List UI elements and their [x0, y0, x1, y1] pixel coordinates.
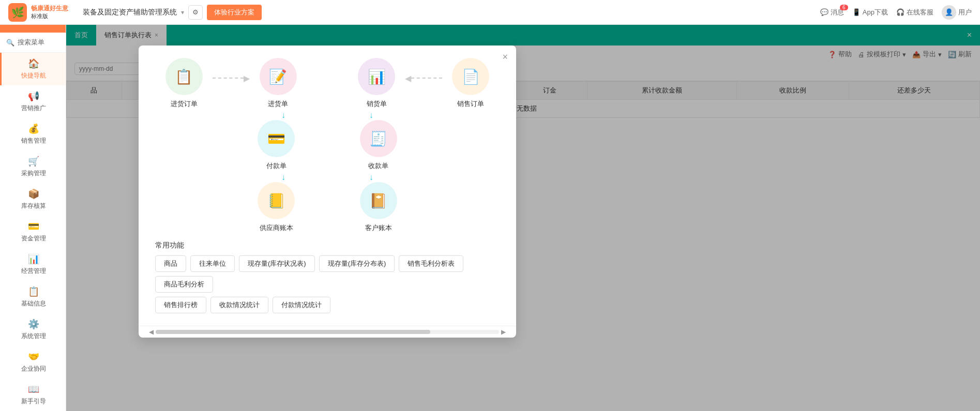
scroll-left-arrow[interactable]: ◀	[147, 328, 156, 336]
enterprise-icon: 🤝	[28, 351, 39, 362]
func-btn-0[interactable]: 商品	[155, 255, 186, 272]
flow-label-receipt: 收款单	[368, 161, 388, 171]
func-btn-6[interactable]: 销售排行榜	[155, 297, 206, 313]
app-download-label: App下载	[863, 8, 888, 17]
logo-text: 畅康通好生意 标准版	[31, 5, 68, 20]
operations-icon: 📊	[28, 253, 39, 265]
settings-button[interactable]: ⚙	[188, 5, 203, 20]
flow-label-purchase-order: 进货订单	[171, 99, 198, 109]
sidebar-item-sales[interactable]: 💰销售管理	[0, 118, 66, 150]
flow-item-purchase-note[interactable]: 📝 进货单	[260, 58, 297, 109]
flow-circle-customer: 📔	[360, 182, 397, 219]
flow-item-purchase-order[interactable]: 📋 进货订单	[165, 58, 203, 109]
flow-item-supplier-ledger[interactable]: 📒 供应商账本	[258, 182, 295, 233]
modal-overlay[interactable]: × 📋 进货订单 ▶	[66, 25, 980, 411]
flow-label-customer: 客户账本	[365, 223, 392, 233]
function-buttons-row1: 商品往来单位现存量(库存状况表)现存量(库存分布表)销售毛利分析表商品毛利分析	[155, 255, 500, 293]
sales-label: 销售管理	[21, 136, 46, 145]
app-download-button[interactable]: 📱 App下载	[852, 8, 888, 17]
func-btn-1[interactable]: 往来单位	[190, 255, 235, 272]
down-arrow-receipt: ↓	[369, 173, 373, 182]
message-icon: 💬	[820, 8, 828, 16]
newbie-label: 新手引导	[21, 397, 46, 406]
modal-close-button[interactable]: ×	[502, 52, 508, 63]
user-name: 用户	[958, 8, 972, 17]
flow-section: 📋 进货订单 ▶ 📝 进货单	[139, 45, 516, 241]
sidebar-item-system[interactable]: ⚙️系统管理	[0, 313, 66, 346]
func-btn-5[interactable]: 商品毛利分析	[155, 276, 213, 293]
func-btn-3[interactable]: 现存量(库存分布表)	[319, 255, 395, 272]
flow-item-receipt[interactable]: 🧾 收款单	[360, 120, 397, 171]
inventory-label: 库存核算	[21, 202, 46, 210]
modal-scrollbar: ◀ ▶	[139, 326, 516, 338]
flow-circle-sales-note: 📊	[358, 58, 395, 95]
sales-icon: 💰	[28, 123, 39, 134]
flow-circle-purchase-note: 📝	[260, 58, 297, 95]
brand-name: 畅康通好生意	[31, 5, 68, 13]
finance-icon: 💳	[28, 221, 39, 232]
func-btn-8[interactable]: 付款情况统计	[273, 297, 330, 313]
top-bar-center: 装备及固定资产辅助管理系统 ▾ ⚙ 体验行业方案	[74, 5, 820, 20]
sidebar-search-label: 搜索菜单	[18, 38, 44, 47]
func-btn-4[interactable]: 销售毛利分析表	[399, 255, 463, 272]
quick-nav-icon: 🏠	[28, 58, 39, 69]
function-buttons-row2: 销售排行榜收款情况统计付款情况统计	[155, 297, 500, 313]
sidebar-items: 🏠快捷导航📢营销推广💰销售管理🛒采购管理📦库存核算💳资金管理📊经营管理📋基础信息…	[0, 53, 66, 411]
scrollbar-track[interactable]	[156, 330, 499, 334]
system-dropdown-arrow[interactable]: ▾	[181, 9, 184, 16]
online-service-label: 在线客服	[907, 8, 933, 17]
app-logo-icon: 🌿	[8, 3, 27, 22]
func-btn-2[interactable]: 现存量(库存状况表)	[239, 255, 315, 272]
sidebar-search[interactable]: 🔍 搜索菜单	[0, 33, 66, 53]
sidebar: 🔍 搜索菜单 🏠快捷导航📢营销推广💰销售管理🛒采购管理📦库存核算💳资金管理📊经营…	[0, 25, 66, 411]
flow-circle-purchase-order: 📋	[165, 58, 203, 95]
message-button[interactable]: 💬 消息 6	[820, 8, 844, 17]
flow-label-purchase-note: 进货单	[268, 99, 288, 109]
quick-nav-modal: × 📋 进货订单 ▶	[139, 45, 516, 338]
flow-label-sales-order: 销售订单	[457, 99, 484, 109]
app-wrapper: 🌿 畅康通好生意 标准版 装备及固定资产辅助管理系统 ▾ ⚙ 体验行业方案 💬 …	[0, 0, 980, 411]
operations-label: 经营管理	[21, 267, 46, 276]
flow-circle-supplier: 📒	[258, 182, 295, 219]
sidebar-item-finance[interactable]: 💳资金管理	[0, 216, 66, 248]
top-bar-right: 💬 消息 6 📱 App下载 🎧 在线客服 👤 用户	[820, 5, 972, 20]
sidebar-item-marketing[interactable]: 📢营销推广	[0, 85, 66, 118]
sidebar-item-enterprise[interactable]: 🤝企业协同	[0, 346, 66, 378]
system-label: 系统管理	[21, 332, 46, 341]
flow-item-customer-ledger[interactable]: 📔 客户账本	[360, 182, 397, 233]
scroll-right-arrow[interactable]: ▶	[499, 328, 508, 336]
flow-circle-sales-order: 📄	[452, 58, 489, 95]
download-icon: 📱	[852, 8, 861, 16]
flow-item-sales-order[interactable]: 📄 销售订单	[452, 58, 489, 109]
sidebar-item-newbie[interactable]: 📖新手引导	[0, 378, 66, 411]
search-icon: 🔍	[6, 39, 14, 47]
sidebar-item-purchase[interactable]: 🛒采购管理	[0, 150, 66, 183]
system-name: 装备及固定资产辅助管理系统	[83, 8, 177, 17]
sidebar-item-operations[interactable]: 📊经营管理	[0, 248, 66, 281]
sidebar-item-inventory[interactable]: 📦库存核算	[0, 183, 66, 216]
flow-circle-receipt: 🧾	[360, 120, 397, 157]
sidebar-item-basic-info[interactable]: 📋基础信息	[0, 281, 66, 313]
func-btn-7[interactable]: 收款情况统计	[210, 297, 268, 313]
brand-sub: 标准版	[31, 12, 68, 20]
scrollbar-thumb	[156, 330, 430, 334]
sidebar-item-quick-nav[interactable]: 🏠快捷导航	[0, 53, 66, 85]
main-area: 🔍 搜索菜单 🏠快捷导航📢营销推广💰销售管理🛒采购管理📦库存核算💳资金管理📊经营…	[0, 25, 980, 411]
down-arrow-sales: ↓	[369, 111, 373, 120]
basic-info-label: 基础信息	[21, 299, 46, 308]
arrow-right-1: ▶	[213, 73, 250, 94]
experience-button[interactable]: 体验行业方案	[207, 5, 262, 20]
system-icon: ⚙️	[28, 318, 39, 330]
purchase-label: 采购管理	[21, 169, 46, 178]
flow-item-payment[interactable]: 💳 付款单	[258, 120, 295, 171]
online-service-button[interactable]: 🎧 在线客服	[896, 8, 933, 17]
service-icon: 🎧	[896, 8, 904, 16]
marketing-label: 营销推广	[21, 104, 46, 113]
marketing-icon: 📢	[28, 90, 39, 102]
inventory-icon: 📦	[28, 188, 39, 200]
newbie-icon: 📖	[28, 384, 39, 395]
flow-label-payment: 付款单	[266, 161, 287, 171]
flow-item-sales-note[interactable]: 📊 销货单	[358, 58, 395, 109]
user-menu-button[interactable]: 👤 用户	[942, 5, 972, 20]
quick-nav-label: 快捷导航	[21, 71, 46, 80]
